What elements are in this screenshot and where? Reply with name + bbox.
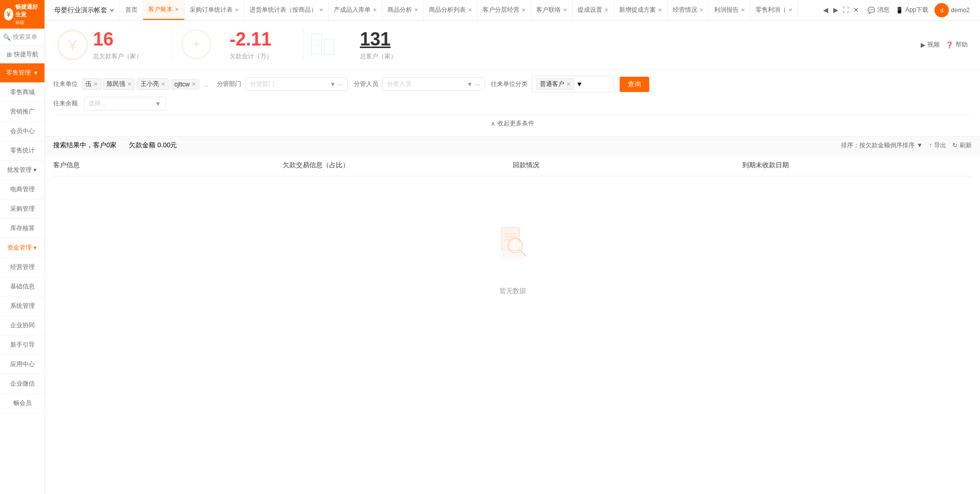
tab-close-icon[interactable]: ✕ — [521, 7, 526, 13]
svg-point-14 — [511, 241, 520, 250]
tab-home[interactable]: 首页 — [120, 0, 143, 20]
search-summary: 搜索结果中，客户0家 — [53, 141, 117, 150]
tab-fullscreen[interactable]: ⛶ — [841, 0, 851, 20]
expand-icon: ▼ — [33, 245, 38, 251]
sidebar-item-operations[interactable]: 经营管理 — [0, 258, 44, 277]
message-action[interactable]: 💬 消息 — [868, 6, 890, 14]
collapse-button[interactable]: ∧ 收起更多条件 — [53, 117, 972, 130]
filter-row-2: 往来余额 选择... ▼ — [53, 97, 972, 110]
sidebar-item-member[interactable]: 会员中心 — [0, 122, 44, 141]
sidebar-item-app-center[interactable]: 应用中心 — [0, 355, 44, 374]
tab-close-icon[interactable]: ✕ — [699, 7, 703, 13]
quick-nav[interactable]: ⊞ 快捷导航 — [0, 46, 44, 63]
download-icon: 📱 — [896, 7, 903, 14]
tag-close-cjttcw[interactable]: ✕ — [192, 81, 196, 87]
sidebar-item-vip[interactable]: 畅会员 — [0, 394, 44, 413]
tab-product-inbound[interactable]: 产成品入库单 ✕ — [329, 0, 382, 20]
refresh-btn[interactable]: ↻ 刷新 — [952, 141, 972, 150]
tab-customer-cost[interactable]: 客户账本 ✕ — [143, 0, 185, 20]
tab-close-icon[interactable]: ✕ — [604, 7, 608, 13]
tab-retail-profit[interactable]: 零售利润（ ✕ — [750, 0, 798, 20]
unit-more-btn[interactable]: ... — [201, 80, 211, 89]
help-icon: ❓ — [946, 41, 953, 49]
stats-help-area: ▶ 视频 ❓ 帮助 — [921, 40, 968, 49]
sidebar-item-label: 经营管理 — [10, 263, 35, 271]
export-btn[interactable]: ↑ 导出 — [929, 141, 946, 150]
logo-text: 畅捷通好生意 — [15, 3, 40, 18]
expand-icon: ▼ — [33, 70, 38, 76]
tab-product-analysis-list[interactable]: 商品分析列表 ✕ — [424, 0, 477, 20]
sort-select[interactable]: 排序：按欠款金额倒序排序 ▼ — [841, 141, 923, 150]
tag-close-wu[interactable]: ✕ — [94, 81, 98, 87]
tab-product-analysis[interactable]: 商品分析 ✕ — [382, 0, 424, 20]
dept-select[interactable]: 分管部门 ▼ ··· — [245, 77, 348, 91]
sidebar-item-ecommerce[interactable]: 电商管理 — [0, 180, 44, 199]
tag-close-chen[interactable]: ✕ — [127, 81, 131, 87]
account-dropdown[interactable]: 母婴行业演示帐套 — [49, 0, 120, 20]
collapse-icon: ∧ — [491, 120, 495, 127]
sidebar-item-corp-wechat[interactable]: 企业微信 — [0, 374, 44, 394]
tab-close-all[interactable]: ✕ — [851, 0, 861, 20]
more-icon: ... — [203, 81, 209, 88]
tab-new-promo[interactable]: 新增提成方案 ✕ — [614, 0, 668, 20]
sidebar-item-sys-mgmt[interactable]: 系统管理 — [0, 297, 44, 316]
tab-inventory-stats[interactable]: 进货单统计表（按商品） ✕ — [244, 0, 329, 20]
video-label: 视频 — [927, 40, 940, 49]
user-menu[interactable]: d demo2 — [935, 3, 970, 17]
sidebar-item-retail-stats[interactable]: 零售统计 — [0, 141, 44, 161]
sidebar-item-batch[interactable]: 批发管理 ▼ — [0, 161, 44, 180]
tab-close-icon[interactable]: ✕ — [563, 7, 567, 13]
tab-customer-segment[interactable]: 客户分层经营 ✕ — [477, 0, 531, 20]
sidebar-item-purchase[interactable]: 采购管理 — [0, 199, 44, 219]
sidebar-item-retail-mall[interactable]: 零售商城 — [0, 83, 44, 102]
sidebar-item-marketing[interactable]: 营销推广 — [0, 102, 44, 122]
sidebar-item-label: 新手引导 — [10, 341, 35, 348]
tab-next-arrow[interactable]: ▶ — [831, 0, 841, 20]
tab-close-icon[interactable]: ✕ — [414, 7, 418, 13]
balance-select[interactable]: 选择... ▼ — [84, 97, 166, 110]
table-header: 客户信息 欠款交易信息（占比） 回款情况 到期未收款日期 — [53, 154, 972, 176]
tab-purchase-stats[interactable]: 采购订单统计表 ✕ — [185, 0, 244, 20]
tab-close-icon[interactable]: ✕ — [788, 7, 792, 13]
expand-icon: ▼ — [33, 167, 38, 173]
sidebar-search[interactable]: 🔍 搜索菜单 — [0, 29, 44, 46]
video-help[interactable]: ▶ 视频 — [921, 40, 940, 49]
tab-ops-status[interactable]: 经营情况 ✕ — [668, 0, 709, 20]
tag-close-wang[interactable]: ✕ — [161, 81, 165, 87]
tab-close-icon[interactable]: ✕ — [319, 7, 323, 13]
sidebar-item-label: 批发管理 — [7, 166, 32, 174]
tab-close-icon[interactable]: ✕ — [741, 7, 745, 13]
sidebar-item-label: 零售统计 — [10, 147, 35, 154]
svg-rect-5 — [317, 39, 320, 41]
debt-total-label: 欠款合计（万） — [230, 52, 272, 61]
tab-close-icon[interactable]: ✕ — [658, 7, 662, 13]
person-select[interactable]: 分管人员 ▼ ··· — [382, 77, 485, 91]
tab-close-icon[interactable]: ✕ — [235, 7, 239, 13]
tab-promo-settings[interactable]: 提成设置 ✕ — [573, 0, 614, 20]
query-button[interactable]: 查询 — [620, 77, 649, 92]
tab-prev-arrow[interactable]: ◀ — [821, 0, 831, 20]
tab-close-icon[interactable]: ✕ — [373, 7, 377, 13]
sidebar-item-corp-coop[interactable]: 企业协同 — [0, 316, 44, 335]
sidebar-item-label: 零售商城 — [10, 88, 35, 96]
sidebar-item-newbie[interactable]: 新手引导 — [0, 335, 44, 355]
tab-customer-contact[interactable]: 客户联络 ✕ — [531, 0, 573, 20]
help-action[interactable]: ❓ 帮助 — [946, 40, 968, 49]
unit-type-label: 往来单位分类 — [491, 80, 528, 88]
dept-filter: 分管部门 分管部门 ▼ ··· — [217, 77, 348, 91]
refresh-icon: ↻ — [952, 142, 958, 149]
tab-close-icon[interactable]: ✕ — [175, 7, 179, 12]
svg-text:✦: ✦ — [191, 37, 201, 51]
sidebar-item-finance[interactable]: 资金管理 ▼ — [0, 238, 44, 258]
chevron-down-icon: ▼ — [467, 81, 473, 88]
tab-close-icon[interactable]: ✕ — [468, 7, 472, 13]
app-download-action[interactable]: 📱 App下载 — [896, 6, 928, 14]
sidebar-item-basic-info[interactable]: 基础信息 — [0, 277, 44, 297]
tag-close-normal[interactable]: ✕ — [566, 81, 571, 87]
sidebar-item-retail-mgmt[interactable]: 零售管理 ▼ — [0, 63, 44, 83]
tab-profit-report[interactable]: 利润报告 ✕ — [709, 0, 750, 20]
dept-label: 分管部门 — [217, 80, 241, 88]
no-data-illustration — [487, 217, 538, 268]
topbar: 母婴行业演示帐套 首页 客户账本 ✕ 采购订单统计表 ✕ 进货单统计表（按商品）… — [45, 0, 980, 20]
sidebar-item-inventory[interactable]: 库存核算 — [0, 219, 44, 238]
